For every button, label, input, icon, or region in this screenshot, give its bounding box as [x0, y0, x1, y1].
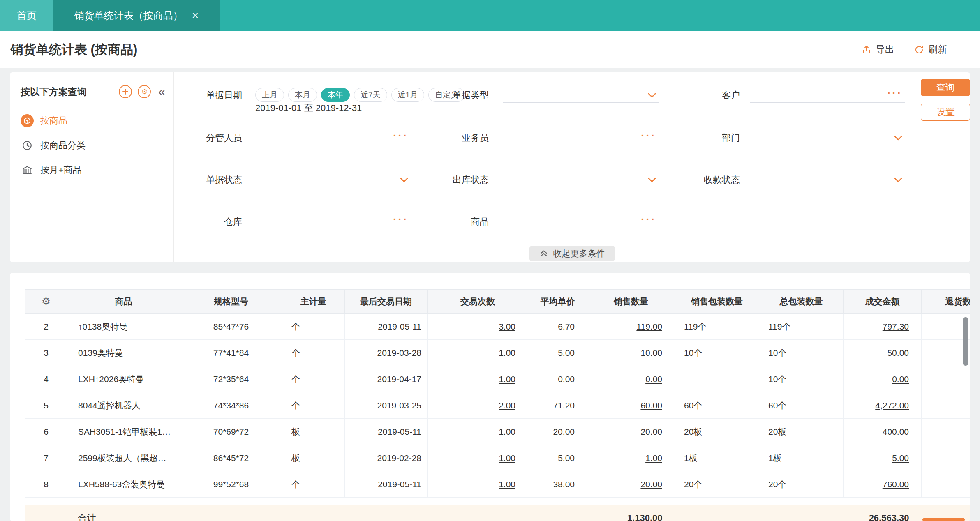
totals-row: 合计 1,130.00 26,563.30	[25, 505, 971, 521]
manager-picker[interactable]: ···	[255, 129, 411, 145]
sidebar-item-by-month-product[interactable]: 按月+商品	[21, 158, 165, 182]
drilldown-link[interactable]: 60.00	[640, 401, 662, 410]
export-label: 导出	[876, 43, 894, 56]
drilldown-link[interactable]: 1.00	[499, 374, 515, 384]
receipt-status-select[interactable]	[750, 171, 905, 187]
drilldown-link[interactable]: 0.00	[892, 374, 909, 384]
table-row: 8LXH588-63盒装奥特曼99*52*68个2019-05-111.0038…	[25, 471, 971, 498]
query-button[interactable]: 查询	[921, 79, 970, 96]
pill-this-month[interactable]: 本月	[288, 88, 317, 102]
drilldown-link[interactable]: 400.00	[883, 427, 909, 436]
clock-icon	[21, 139, 34, 152]
refresh-icon	[914, 45, 924, 55]
table-body: 2↑0138奥特曼85*47*76个2019-05-113.006.70119.…	[25, 314, 971, 498]
drilldown-link[interactable]: 797.30	[883, 322, 909, 331]
table-row: 72599板装超人（黑超…86*45*72板2019-02-281.005.00…	[25, 445, 971, 471]
table-row: 6SAH3051-1铠甲板装1…70*69*72板2019-05-111.002…	[25, 419, 971, 445]
col-header-return-qty: 退货数量	[922, 290, 971, 314]
sidebar-item-label: 按月+商品	[40, 164, 82, 176]
drilldown-link[interactable]: 1.00	[499, 453, 515, 463]
col-header-sales-qty: 销售数量	[587, 290, 675, 314]
customer-picker[interactable]: ···	[750, 86, 905, 103]
column-settings-icon[interactable]: ⚙	[42, 295, 51, 307]
salesman-picker[interactable]: ···	[503, 129, 659, 145]
sidebar-item-label: 按商品	[40, 115, 67, 127]
col-header-total-pkg: 总包装数量	[759, 290, 844, 314]
drilldown-link[interactable]: 20.00	[640, 480, 662, 489]
refresh-button[interactable]: 刷新	[914, 43, 947, 56]
cube-icon	[21, 114, 34, 127]
header-actions: 导出 刷新	[862, 43, 947, 56]
filter-label-department: 部门	[649, 132, 740, 144]
ellipsis-icon: ···	[887, 86, 902, 99]
tab-active[interactable]: 销货单统计表（按商品） ×	[53, 0, 220, 31]
outbound-status-select[interactable]	[503, 171, 659, 187]
scheme-sidebar: 按以下方案查询 ⚙ « 按商品	[10, 72, 173, 262]
tab-active-label: 销货单统计表（按商品）	[74, 9, 183, 22]
warehouse-picker[interactable]: ···	[255, 213, 411, 229]
filter-label-warehouse: 仓库	[152, 216, 242, 228]
drilldown-link[interactable]: 0.00	[645, 374, 662, 384]
drilldown-link[interactable]: 1.00	[499, 348, 515, 357]
filter-label-product: 商品	[398, 216, 489, 228]
drilldown-link[interactable]: 2.00	[499, 401, 515, 410]
scheme-list: 按商品 按商品分类 按月+商品	[21, 108, 165, 182]
double-chevron-up-icon	[539, 248, 548, 259]
scheme-sidebar-header: 按以下方案查询 ⚙ «	[21, 85, 165, 99]
drilldown-link[interactable]: 1.00	[645, 453, 662, 463]
col-header-spec: 规格型号	[180, 290, 282, 314]
drilldown-link[interactable]: 760.00	[883, 480, 909, 489]
filter-label-customer: 客户	[649, 89, 740, 101]
filter-label-doc-status: 单据状态	[152, 174, 242, 186]
filter-label-manager: 分管人员	[152, 132, 242, 144]
settings-button[interactable]: 设置	[921, 104, 970, 121]
drilldown-link[interactable]: 1.00	[499, 427, 515, 436]
col-header-trade-count: 交易次数	[428, 290, 528, 314]
totals-label: 合计	[67, 505, 180, 521]
doc-type-select[interactable]	[503, 86, 659, 103]
pill-this-year[interactable]: 本年	[321, 88, 350, 102]
col-header-unit: 主计量	[282, 290, 345, 314]
filter-label-doc-type: 单据类型	[398, 89, 489, 101]
spacer-row	[25, 498, 971, 505]
chevron-down-icon	[894, 135, 902, 142]
drilldown-link[interactable]: 5.00	[892, 453, 909, 463]
pill-last-month[interactable]: 上月	[255, 88, 284, 102]
pill-last-7-days[interactable]: 近7天	[354, 88, 387, 102]
export-button[interactable]: 导出	[862, 43, 894, 56]
table-footer: 合计 1,130.00 26,563.30	[25, 498, 971, 521]
department-select[interactable]	[750, 129, 905, 145]
tab-home[interactable]: 首页	[0, 0, 53, 31]
chevron-down-icon	[894, 177, 902, 184]
drilldown-link[interactable]: 119.00	[636, 322, 662, 331]
scheme-sidebar-title: 按以下方案查询	[21, 85, 87, 98]
doc-status-select[interactable]	[255, 171, 411, 187]
sidebar-item-by-category[interactable]: 按商品分类	[21, 133, 165, 158]
sidebar-item-by-product[interactable]: 按商品	[21, 108, 165, 133]
drilldown-link[interactable]: 10.00	[640, 348, 662, 357]
ellipsis-icon: ···	[641, 213, 656, 226]
vertical-scrollbar[interactable]	[963, 317, 968, 366]
page-header: 销货单统计表 (按商品) 导出 刷新	[0, 31, 980, 68]
refresh-label: 刷新	[928, 43, 947, 56]
scheme-settings-icon[interactable]: ⚙	[138, 85, 151, 98]
tab-home-label: 首页	[17, 9, 37, 22]
drilldown-link[interactable]: 20.00	[640, 427, 662, 436]
drilldown-link[interactable]: 1.00	[499, 480, 515, 489]
filter-label-date: 单据日期	[152, 89, 242, 101]
drilldown-link[interactable]: 3.00	[499, 322, 515, 331]
add-scheme-icon[interactable]	[119, 85, 132, 98]
tab-close-icon[interactable]: ×	[192, 10, 199, 21]
table-row: 30139奥特曼77*41*84个2019-03-281.005.0010.00…	[25, 340, 971, 366]
query-panel: 按以下方案查询 ⚙ « 按商品	[10, 72, 970, 262]
drilldown-link[interactable]: 4,272.00	[875, 401, 909, 410]
table-header-row: ⚙ 商品 规格型号 主计量 最后交易日期 交易次数 平均单价 销售数量 销售包装…	[25, 290, 971, 314]
totals-amount: 26,563.30	[844, 505, 922, 521]
product-picker[interactable]: ···	[503, 213, 659, 229]
drilldown-link[interactable]: 50.00	[887, 348, 909, 357]
collapse-more-filters-button[interactable]: 收起更多条件	[529, 246, 615, 261]
date-range-value[interactable]: 2019-01-01 至 2019-12-31	[255, 102, 362, 114]
filter-label-outbound-status: 出库状态	[398, 174, 489, 186]
horizontal-scrollbar[interactable]	[922, 518, 965, 521]
sidebar-item-label: 按商品分类	[40, 139, 86, 152]
